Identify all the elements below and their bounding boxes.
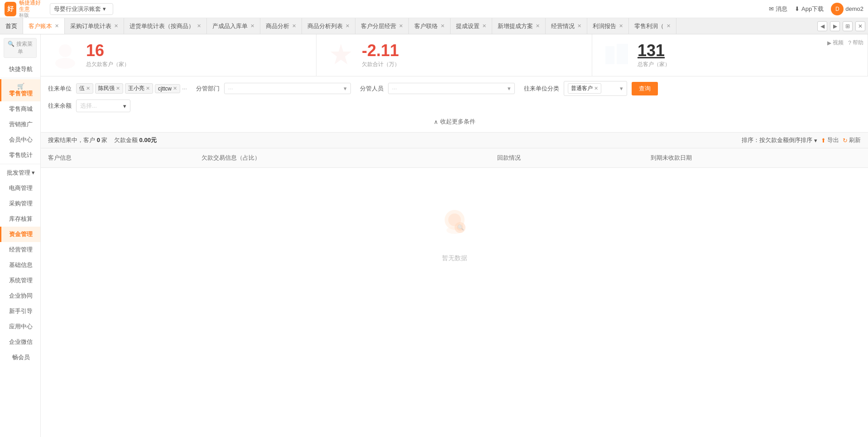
video-button[interactable]: ▶ 视频 xyxy=(827,39,844,47)
dept-chevron: ▾ xyxy=(344,85,347,92)
sidebar-item-inventory[interactable]: 库存核算 xyxy=(0,211,40,227)
sidebar-item-operation-mgmt[interactable]: 经营管理 xyxy=(0,242,40,257)
tab-customer-layer[interactable]: 客户分层经营 ✕ xyxy=(355,18,409,34)
col-due-date: 到期未收款日期 xyxy=(643,148,868,168)
tab-purchase-order[interactable]: 采购订单统计表 ✕ xyxy=(65,18,124,34)
sidebar-item-quick-nav[interactable]: 快捷导航 xyxy=(0,62,40,77)
remainder-select[interactable]: 选择... ▾ xyxy=(76,100,130,112)
top-bar: 好 畅捷通好生意 标版 母婴行业演示账套 ▾ ✉ 消息 ⬇ App下载 D de… xyxy=(0,0,868,18)
svg-point-0 xyxy=(59,44,72,57)
tab-next-button[interactable]: ▶ xyxy=(830,21,840,31)
filter-more-btn[interactable]: ··· xyxy=(182,85,187,92)
table-container: 客户信息 欠款交易信息（占比） 回款情况 到期未收款日期 xyxy=(41,148,868,437)
top-bar-right: ✉ 消息 ⬇ App下载 D demo2 xyxy=(769,3,863,15)
tab-customer-contact[interactable]: 客户联络 ✕ xyxy=(409,18,451,34)
tab-inbound-stats[interactable]: 进货单统计表（按商品） ✕ xyxy=(124,18,207,34)
sidebar-item-batch-mgmt[interactable]: 批发管理 ▾ xyxy=(0,165,40,180)
tab-close-customer-contact[interactable]: ✕ xyxy=(441,23,445,29)
table-header: 客户信息 欠款交易信息（占比） 回款情况 到期未收款日期 xyxy=(41,148,868,168)
sidebar-item-system[interactable]: 系统管理 xyxy=(0,273,40,288)
tab-close-product-inbound[interactable]: ✕ xyxy=(250,23,254,29)
empty-text: 暂无数据 xyxy=(442,254,467,262)
content-area: 16 总欠款客户（家） -2.11 欠款合计（万） xyxy=(41,34,868,437)
tab-close-profit-report[interactable]: ✕ xyxy=(619,23,623,29)
sort-chevron-icon: ▾ xyxy=(814,137,817,144)
sidebar-divider-1 xyxy=(0,78,40,78)
sidebar-item-member[interactable]: 会员中心 xyxy=(0,132,40,147)
help-button[interactable]: ? 帮助 xyxy=(848,39,863,47)
sidebar-search-area[interactable]: 🔍 搜索菜单 xyxy=(0,34,40,62)
tab-close-all-button[interactable]: ✕ xyxy=(855,21,865,31)
tab-close-product-analysis-list[interactable]: ✕ xyxy=(345,23,350,29)
tab-product-analysis[interactable]: 商品分析 ✕ xyxy=(260,18,302,34)
remove-tag-unit-1[interactable]: ✕ xyxy=(86,86,90,91)
collapse-button[interactable]: ∧ 收起更多条件 xyxy=(432,116,477,128)
sidebar-item-basic-info[interactable]: 基础信息 xyxy=(0,257,40,273)
filter-tag-unit-1: 伍 ✕ xyxy=(76,83,93,94)
remove-tag-unit-4[interactable]: ✕ xyxy=(173,86,177,91)
collapse-row: ∧ 收起更多条件 xyxy=(48,116,861,128)
tab-profit-report[interactable]: 利润报告 ✕ xyxy=(587,18,629,34)
tab-close-operation[interactable]: ✕ xyxy=(577,23,581,29)
export-button[interactable]: ⬆ 导出 xyxy=(821,136,839,144)
tab-raise-setting[interactable]: 提成设置 ✕ xyxy=(451,18,492,34)
tab-customer-capital[interactable]: 客户账本 ✕ xyxy=(23,18,65,34)
tab-close-purchase-order[interactable]: ✕ xyxy=(114,23,118,29)
tab-zero-profit[interactable]: 零售利润（ ✕ xyxy=(629,18,676,34)
remove-tag-unit-3[interactable]: ✕ xyxy=(146,86,150,91)
stat-icon-debt xyxy=(327,42,355,69)
filter-tag-unit-2: 陈民强 ✕ xyxy=(95,83,123,94)
refresh-button[interactable]: ↻ 刷新 xyxy=(843,136,861,144)
tab-product-analysis-list[interactable]: 商品分析列表 ✕ xyxy=(302,18,355,34)
sidebar-item-zero-mgmt[interactable]: 🛒 零售管理 xyxy=(0,79,40,101)
tab-operation[interactable]: 经营情况 ✕ xyxy=(546,18,587,34)
company-selector[interactable]: 母婴行业演示账套 ▾ xyxy=(50,3,113,15)
tab-expand-button[interactable]: ⊞ xyxy=(843,21,853,31)
app-download-button[interactable]: ⬇ App下载 xyxy=(795,5,824,13)
user-avatar[interactable]: D demo2 xyxy=(831,3,863,15)
sidebar-item-new-guide[interactable]: 新手引导 xyxy=(0,304,40,319)
sidebar-divider-2 xyxy=(0,164,40,164)
tab-close-customer-layer[interactable]: ✕ xyxy=(399,23,403,29)
sidebar-search-input[interactable]: 🔍 搜索菜单 xyxy=(4,38,37,58)
tab-close-add-plan[interactable]: ✕ xyxy=(536,23,540,29)
remove-tag-unit-2[interactable]: ✕ xyxy=(116,86,120,91)
sidebar-item-purchase[interactable]: 采购管理 xyxy=(0,196,40,211)
tab-close-product-analysis[interactable]: ✕ xyxy=(292,23,296,29)
unit-label: 往来单位 xyxy=(48,85,72,93)
dept-select[interactable]: ··· ▾ xyxy=(224,83,351,94)
person-select[interactable]: ··· ▾ xyxy=(388,83,515,94)
tab-add-plan[interactable]: 新增提成方案 ✕ xyxy=(492,18,546,34)
message-button[interactable]: ✉ 消息 xyxy=(769,5,787,13)
sidebar-item-enterprise[interactable]: 企业协同 xyxy=(0,288,40,304)
tab-close-zero-profit[interactable]: ✕ xyxy=(667,23,671,29)
remove-unit-class[interactable]: ✕ xyxy=(594,86,598,91)
svg-rect-3 xyxy=(605,46,614,64)
sidebar-nav: 快捷导航 🛒 零售管理 零售商城 营销推广 会员中心 零售统计 批发管理 ▾ xyxy=(0,62,40,365)
sidebar-item-zero-mall[interactable]: 零售商城 xyxy=(0,101,40,117)
query-button[interactable]: 查询 xyxy=(632,82,658,95)
tab-close-raise-setting[interactable]: ✕ xyxy=(482,23,486,29)
sort-select[interactable]: 排序：按欠款金额倒序排序 ▾ xyxy=(742,136,817,144)
filter-tag-unit-3: 王小亮 ✕ xyxy=(125,83,153,94)
sidebar-item-capital[interactable]: 资金管理 xyxy=(0,227,40,242)
sidebar-item-app-center[interactable]: 应用中心 xyxy=(0,319,40,334)
sidebar-item-ecommerce[interactable]: 电商管理 xyxy=(0,180,40,196)
sidebar-item-zero-stats[interactable]: 零售统计 xyxy=(0,147,40,163)
unit-class-select[interactable]: 普通客户 ✕ ▾ xyxy=(564,81,627,96)
tab-home[interactable]: 首页 xyxy=(0,18,23,34)
tab-prev-button[interactable]: ◀ xyxy=(817,21,827,31)
help-icon: ? xyxy=(848,40,851,46)
sidebar-item-marketing[interactable]: 营销推广 xyxy=(0,117,40,132)
tab-bar: 首页 客户账本 ✕ 采购订单统计表 ✕ 进货单统计表（按商品） ✕ 产成品入库单… xyxy=(0,18,868,34)
sidebar-item-enterprise-wechat[interactable]: 企业微信 xyxy=(0,334,40,350)
sidebar-item-vip-member[interactable]: 畅会员 xyxy=(0,350,40,365)
tab-close-customer-capital[interactable]: ✕ xyxy=(55,23,59,29)
filter-tags-unit: 伍 ✕ 陈民强 ✕ 王小亮 ✕ cjttcw ✕ ··· xyxy=(76,83,187,94)
tab-product-inbound[interactable]: 产成品入库单 ✕ xyxy=(207,18,260,34)
tab-close-inbound-stats[interactable]: ✕ xyxy=(197,23,201,29)
col-debt-info: 欠款交易信息（占比） xyxy=(194,148,490,168)
unit-class-label: 往来单位分类 xyxy=(524,85,559,93)
logo: 好 畅捷通好生意 标版 xyxy=(5,0,45,18)
filter-row-1: 往来单位 伍 ✕ 陈民强 ✕ 王小亮 ✕ cjttcw xyxy=(48,81,861,96)
